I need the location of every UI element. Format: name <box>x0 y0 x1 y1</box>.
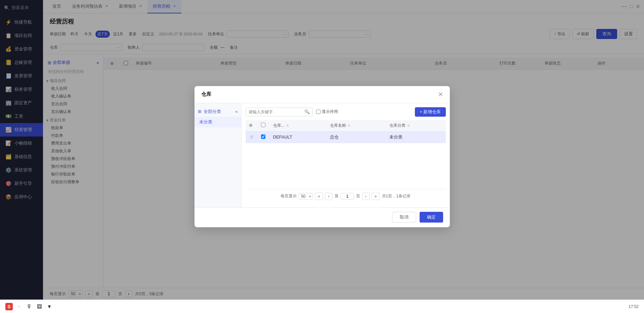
row-checkbox-cell[interactable] <box>258 131 270 143</box>
modal-actions: 取消 确定 <box>195 207 450 227</box>
modal-table: ⚙ 仓库... ⇅ 仓库名称 ⇅ <box>246 120 446 143</box>
modal-body: ⊞ 全部分类 « 未分类 🔍 显示停用 <box>195 103 450 207</box>
taskbar-icon-s[interactable]: S <box>5 303 13 310</box>
modal-prev-page-btn[interactable]: ‹ <box>325 193 333 200</box>
modal-pagination: 每页显示 50 « ‹ 算 页 › » 共1页，1条记录 <box>246 189 446 203</box>
modal-next-page-btn[interactable]: › <box>362 193 370 200</box>
modal-col-code: 仓库... ⇅ <box>270 120 327 131</box>
show-disabled-label[interactable]: 显示停用 <box>316 109 338 115</box>
modal-page-word: 算 <box>335 193 339 199</box>
modal-col-name: 仓库名称 ⇅ <box>327 120 386 131</box>
taskbar: S · 🎙 🖼 ▼ 17:52 <box>0 300 644 313</box>
modal-col-category-sort[interactable]: ⇅ <box>407 124 410 127</box>
table-row[interactable]: ⚙ DEFAULT 总仓 未分类 <box>246 131 446 143</box>
warehouse-modal: 仓库 ✕ ⊞ 全部分类 « 未分类 🔍 <box>195 86 450 227</box>
show-disabled-checkbox[interactable] <box>316 110 320 114</box>
modal-col-settings[interactable]: ⚙ <box>246 120 258 131</box>
modal-page-label: 页 <box>356 193 360 199</box>
modal-col-name-sort[interactable]: ⇅ <box>348 124 350 127</box>
modal-per-page-wrap: 50 <box>299 193 313 200</box>
modal-col-category: 仓库分类 ⇅ <box>386 120 445 131</box>
modal-col-name-label: 仓库名称 <box>330 123 346 128</box>
modal-uncategorized-item[interactable]: 未分类 <box>195 117 241 127</box>
show-disabled-text: 显示停用 <box>322 109 338 115</box>
taskbar-icon-mic[interactable]: 🎙 <box>26 303 33 310</box>
row-checkbox[interactable] <box>261 134 265 139</box>
modal-search-icon: 🔍 <box>302 109 312 114</box>
modal-per-page-select[interactable]: 50 <box>299 193 313 200</box>
cancel-btn[interactable]: 取消 <box>392 212 416 223</box>
modal-all-categories[interactable]: ⊞ 全部分类 « <box>195 107 241 117</box>
taskbar-icon-img[interactable]: 🖼 <box>36 303 43 310</box>
modal-overlay[interactable]: 仓库 ✕ ⊞ 全部分类 « 未分类 🔍 <box>0 0 644 313</box>
modal-first-page-btn[interactable]: « <box>315 193 323 200</box>
taskbar-icon-dot: · <box>15 303 23 310</box>
modal-per-page-label: 每页显示 <box>281 193 297 199</box>
row-settings-cell: ⚙ <box>246 131 258 143</box>
modal-table-wrap: ⚙ 仓库... ⇅ 仓库名称 ⇅ <box>246 120 446 189</box>
taskbar-time: 17:52 <box>629 304 639 309</box>
modal-grid-icon: ⊞ <box>198 109 202 114</box>
modal-search-wrap: 🔍 <box>246 108 313 116</box>
modal-last-page-btn[interactable]: » <box>372 193 380 200</box>
taskbar-icons: S · 🎙 🖼 ▼ <box>5 303 53 310</box>
modal-col-checkbox[interactable] <box>258 120 270 131</box>
modal-all-categories-label: 全部分类 <box>204 109 221 115</box>
modal-collapse-btn[interactable]: « <box>235 109 238 114</box>
confirm-btn[interactable]: 确定 <box>420 212 443 223</box>
modal-total-text: 共1页，1条记录 <box>382 193 411 199</box>
modal-col-code-sort[interactable]: ⇅ <box>286 124 289 127</box>
modal-header: 仓库 ✕ <box>195 86 450 103</box>
modal-search-input[interactable] <box>246 108 302 116</box>
modal-title: 仓库 <box>201 91 211 97</box>
modal-page-input[interactable] <box>341 193 354 200</box>
add-warehouse-btn[interactable]: + 新增仓库 <box>415 107 445 117</box>
modal-close-btn[interactable]: ✕ <box>438 91 443 98</box>
modal-col-code-label: 仓库... <box>273 123 285 128</box>
modal-select-all[interactable] <box>261 123 265 127</box>
modal-left-panel: ⊞ 全部分类 « 未分类 <box>195 103 242 207</box>
row-category-cell: 未分类 <box>386 131 445 143</box>
taskbar-icon-filter[interactable]: ▼ <box>46 303 53 310</box>
modal-toolbar: 🔍 显示停用 + 新增仓库 <box>246 107 446 117</box>
row-code-cell: DEFAULT <box>270 131 327 143</box>
modal-col-category-label: 仓库分类 <box>389 123 405 128</box>
row-name-cell: 总仓 <box>327 131 386 143</box>
modal-table-header-row: ⚙ 仓库... ⇅ 仓库名称 ⇅ <box>246 120 446 131</box>
modal-right-panel: 🔍 显示停用 + 新增仓库 ⚙ <box>242 103 450 207</box>
